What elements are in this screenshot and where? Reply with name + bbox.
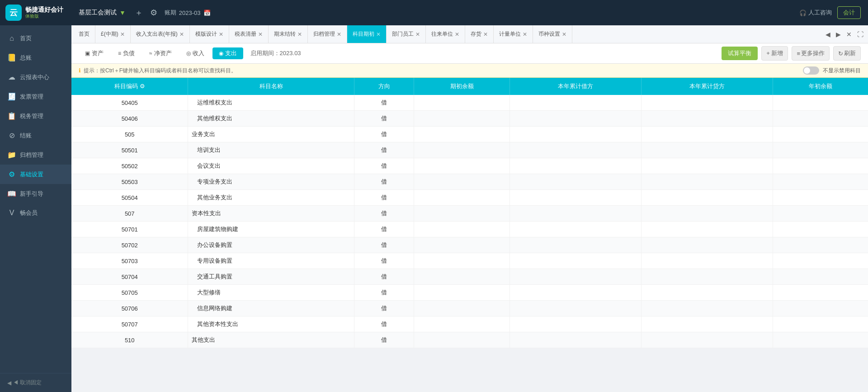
sidebar-item-畅会员[interactable]: V畅会员 [0, 203, 71, 222]
cell-code: 507 [71, 206, 188, 222]
tab-收入支出表(年报)[interactable]: 收入支出表(年报)✕ [131, 25, 190, 43]
cell-dir: 借 [354, 269, 414, 285]
table-row[interactable]: 50405运维维权支出借 [71, 95, 868, 111]
sidebar-item-归档管理[interactable]: 📁归档管理 [0, 145, 71, 165]
cell-code: 50504 [71, 190, 188, 206]
sidebar-item-发票管理[interactable]: 🧾发票管理 [0, 87, 71, 106]
col-settings-icon[interactable]: ⚙ [140, 83, 145, 90]
filter-icon: ◉ [219, 50, 223, 57]
help-btn[interactable]: 🎧 人工咨询 [799, 9, 832, 17]
table-row[interactable]: 50504其他业务支出借 [71, 190, 868, 206]
tab-往来单位[interactable]: 往来单位✕ [426, 25, 465, 43]
sidebar-collapse-btn[interactable]: ◀ ◀ 取消固定 [0, 373, 71, 392]
filter-icon: ◎ [186, 50, 191, 57]
cell-dir: 借 [354, 111, 414, 127]
cell-amount-0 [414, 127, 510, 142]
cell-dir: 借 [354, 222, 414, 237]
table-row[interactable]: 50502会议支出借 [71, 158, 868, 174]
cell-code: 50707 [71, 316, 188, 332]
tab-close-icon[interactable]: ✕ [297, 31, 302, 38]
settings-icon[interactable]: ⚙ [148, 6, 159, 19]
add-btn[interactable]: + 新增 [761, 46, 788, 61]
add-tab-btn[interactable]: ＋ [133, 5, 145, 20]
sidebar-item-基础设置[interactable]: ⚙基础设置 [0, 165, 71, 184]
table-row[interactable]: 50701房屋建筑物购建借 [71, 222, 868, 237]
table-row[interactable]: 50501培训支出借 [71, 142, 868, 158]
tab-计量单位[interactable]: 计量单位✕ [494, 25, 533, 43]
table-row[interactable]: 50703专用设备购置借 [71, 253, 868, 269]
cell-amount-0 [414, 111, 510, 127]
table-wrapper[interactable]: 科目编码 ⚙科目名称方向期初余额本年累计借方本年累计贷方年初余额 50405运维… [71, 78, 868, 392]
period-label: 账期 [165, 9, 176, 17]
tab-close-icon[interactable]: ✕ [523, 31, 527, 38]
tab-归档管理[interactable]: 归档管理✕ [308, 25, 347, 43]
filter-tab-支出[interactable]: ◉支出 [212, 47, 243, 59]
table-row[interactable]: 507资本性支出借 [71, 206, 868, 222]
tab-close-icon[interactable]: ✕ [120, 31, 125, 38]
tab-prev-btn[interactable]: ◀ [823, 29, 833, 40]
table-row[interactable]: 50406其他维权支出借 [71, 111, 868, 127]
nav-label: 归档管理 [20, 151, 43, 159]
tab-close-icon[interactable]: ✕ [483, 31, 488, 38]
refresh-btn[interactable]: ↻ 刷新 [833, 46, 861, 61]
tab-科目期初[interactable]: 科目期初✕ [347, 25, 387, 43]
table-row[interactable]: 510其他支出借 [71, 332, 868, 348]
tab-close-btn[interactable]: ✕ [844, 29, 854, 40]
tab-£(中期)[interactable]: £(中期)✕ [95, 25, 131, 43]
nav-icon: ⊘ [7, 131, 16, 140]
nav-icon: ⚙ [7, 170, 16, 179]
filter-icon: ≈ [149, 50, 152, 57]
sidebar-item-结账[interactable]: ⊘结账 [0, 126, 71, 145]
tab-close-icon[interactable]: ✕ [415, 31, 420, 38]
tab-label: 部门员工 [392, 30, 414, 38]
tab-close-icon[interactable]: ✕ [179, 31, 184, 38]
table-row[interactable]: 50706信息网络购建借 [71, 301, 868, 316]
tab-部门员工[interactable]: 部门员工✕ [387, 25, 426, 43]
filter-tab-收入[interactable]: ◎收入 [180, 47, 211, 59]
tab-maximize-btn[interactable]: ⛶ [854, 29, 866, 40]
more-btn[interactable]: ≡ 更多操作 [792, 46, 830, 61]
tab-存货[interactable]: 存货✕ [465, 25, 494, 43]
tab-首页[interactable]: 首页 [73, 25, 95, 43]
tab-close-icon[interactable]: ✕ [258, 31, 263, 38]
cell-dir: 借 [354, 127, 414, 142]
tab-期末结转[interactable]: 期末结转✕ [269, 25, 308, 43]
sidebar-item-云报表中心[interactable]: ☁云报表中心 [0, 67, 71, 87]
table-row[interactable]: 50707其他资本性支出借 [71, 316, 868, 332]
cell-amount-3 [773, 158, 868, 174]
sidebar-item-新手引导[interactable]: 📖新手引导 [0, 184, 71, 203]
tab-label: 模版设计 [195, 30, 217, 38]
table-row[interactable]: 505业务支出借 [71, 127, 868, 142]
calendar-icon[interactable]: 📅 [203, 9, 211, 16]
nav-label: 首页 [20, 34, 32, 43]
sidebar-item-总账[interactable]: 📒总账 [0, 48, 71, 67]
refresh-label: 刷新 [844, 49, 856, 57]
tab-close-icon[interactable]: ✕ [219, 31, 223, 38]
table-row[interactable]: 50705大型修缮借 [71, 285, 868, 301]
sidebar-item-首页[interactable]: ⌂首页 [0, 29, 71, 48]
tab-close-icon[interactable]: ✕ [455, 31, 459, 38]
filter-tab-净资产[interactable]: ≈净资产 [143, 47, 178, 59]
cell-dir: 借 [354, 174, 414, 190]
tab-close-icon[interactable]: ✕ [337, 31, 341, 38]
user-badge-btn[interactable]: 会计 [837, 6, 861, 19]
sidebar-item-税务管理[interactable]: 📋税务管理 [0, 106, 71, 126]
filter-tab-资产[interactable]: ▣资产 [79, 47, 110, 59]
cell-name: 其他维权支出 [188, 111, 354, 127]
calc-balance-btn[interactable]: 试算平衡 [722, 47, 758, 60]
tab-close-icon[interactable]: ✕ [562, 31, 566, 38]
cell-amount-3 [773, 142, 868, 158]
company-selector[interactable]: 基层工会测试 ▼ [79, 9, 126, 17]
tab-close-icon[interactable]: ✕ [376, 31, 381, 38]
tab-税表清册[interactable]: 税表清册✕ [229, 25, 269, 43]
table-row[interactable]: 50704交通工具购置借 [71, 269, 868, 285]
col-header-6: 年初余额 [773, 78, 868, 95]
table-row[interactable]: 50503专项业务支出借 [71, 174, 868, 190]
tab-模版设计[interactable]: 模版设计✕ [190, 25, 229, 43]
tab-币种设置[interactable]: 币种设置✕ [533, 25, 572, 43]
table-row[interactable]: 50702办公设备购置借 [71, 237, 868, 253]
cell-dir: 借 [354, 190, 414, 206]
disable-toggle[interactable] [803, 66, 819, 75]
tab-next-btn[interactable]: ▶ [833, 29, 844, 40]
filter-tab-负债[interactable]: ≡负债 [112, 47, 141, 59]
